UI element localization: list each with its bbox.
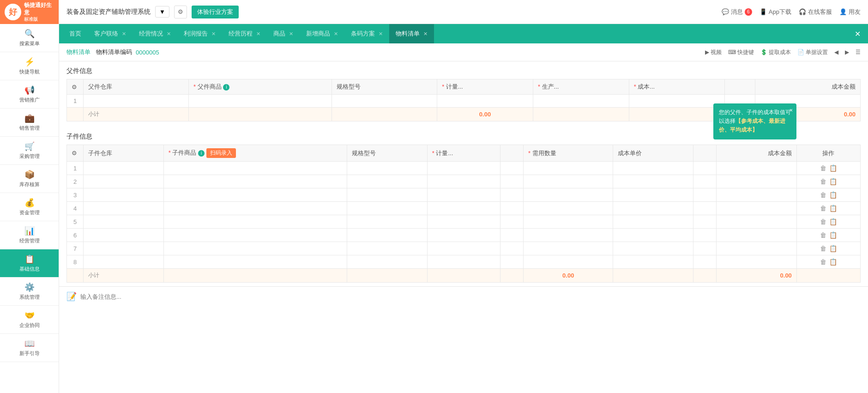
sidebar-item-purchase[interactable]: 🛒 采购管理 [0,137,59,165]
sidebar-item-search[interactable]: 🔍 搜索菜单 [0,24,59,52]
toolbar-single-settings[interactable]: 📄 单据设置 [797,48,828,56]
delete-icon-row-3[interactable]: 🗑 [820,191,826,199]
tab-home[interactable]: 首页 [63,24,88,43]
tab-material-list[interactable]: 物料清单 ✕ [389,24,434,43]
child-row-4-unit-cost[interactable] [613,202,693,215]
delete-icon-row-1[interactable]: 🗑 [820,164,826,172]
tab-add-goods[interactable]: 新增商品 ✕ [300,24,344,43]
child-row-3-spec[interactable] [347,188,428,202]
child-row-6-warehouse[interactable] [84,229,164,242]
sidebar-item-inventory[interactable]: 📦 库存核算 [0,165,59,193]
sidebar-item-quick-nav[interactable]: ⚡ 快捷导航 [0,52,59,80]
tab-barcode-close[interactable]: ✕ [379,31,383,37]
child-row-8-spec[interactable] [347,255,428,269]
child-row-1-qty-unit[interactable] [427,162,500,175]
child-row-1-unit-cost[interactable] [613,162,693,175]
child-row-4-required-qty[interactable] [524,202,613,215]
parent-row-1-warehouse[interactable] [84,95,189,108]
child-table-settings-icon[interactable]: ⚙ [72,150,77,157]
settings-button[interactable]: ⚙ [174,6,187,18]
trial-button[interactable]: 体验行业方案 [192,6,239,18]
sidebar-item-marketing[interactable]: 📢 营销推广 [0,80,59,109]
tab-ops-status[interactable]: 经营情况 ✕ [133,24,177,43]
delete-icon-row-2[interactable]: 🗑 [820,178,826,185]
delete-icon-row-4[interactable]: 🗑 [820,205,826,212]
child-row-1-required-qty[interactable] [524,162,613,175]
app-download-button[interactable]: 📱 App下载 [760,8,791,16]
child-row-3-qty-unit[interactable] [427,188,500,202]
tab-goods[interactable]: 商品 ✕ [267,24,300,43]
parent-row-1-product[interactable] [189,95,332,108]
child-row-8-product[interactable] [163,255,347,269]
delete-icon-row-7[interactable]: 🗑 [820,245,826,252]
message-button[interactable]: 💬 消息 6 [722,8,752,16]
sidebar-item-basic-info[interactable]: 📋 基础信息 [0,249,59,278]
copy-icon-row-1[interactable]: 📋 [829,164,837,172]
child-row-2-unit-cost[interactable] [613,175,693,188]
child-row-6-unit-cost[interactable] [613,229,693,242]
copy-icon-row-2[interactable]: 📋 [829,178,837,185]
child-row-3-warehouse[interactable] [84,188,164,202]
sidebar-item-sales[interactable]: 💼 销售管理 [0,109,59,137]
tab-profit[interactable]: 利润报告 ✕ [177,24,222,43]
child-row-2-required-qty[interactable] [524,175,613,188]
child-row-5-unit-cost[interactable] [613,215,693,229]
child-row-3-required-qty[interactable] [524,188,613,202]
tab-add-goods-close[interactable]: ✕ [334,31,338,37]
child-row-2-warehouse[interactable] [84,175,164,188]
delete-icon-row-5[interactable]: 🗑 [820,218,826,225]
close-all-tabs[interactable]: ✕ [851,30,864,38]
sidebar-item-operations[interactable]: 📊 经营管理 [0,221,59,249]
child-row-6-product[interactable] [163,229,347,242]
parent-row-1-qty[interactable] [437,95,533,108]
toolbar-nav-next[interactable]: ▶ [845,49,849,55]
child-row-2-product[interactable] [163,175,347,188]
child-row-4-warehouse[interactable] [84,202,164,215]
child-row-2-spec[interactable] [347,175,428,188]
sidebar-item-finance[interactable]: 💰 资金管理 [0,193,59,221]
copy-icon-row-7[interactable]: 📋 [829,245,837,252]
tooltip-close-button[interactable]: × [790,106,793,115]
tab-profit-close[interactable]: ✕ [211,31,216,37]
toolbar-view[interactable]: ▶ 视频 [705,48,722,56]
system-dropdown[interactable]: ▼ [155,6,169,18]
user-avatar-button[interactable]: 👤 用友 [839,8,861,16]
tab-customer-close[interactable]: ✕ [122,31,126,37]
child-row-4-product[interactable] [163,202,347,215]
tab-customer[interactable]: 客户联络 ✕ [88,24,133,43]
breadcrumb-link[interactable]: 物料清单 [66,48,90,56]
child-row-8-required-qty[interactable] [524,255,613,269]
table-settings-icon[interactable]: ⚙ [72,84,77,91]
child-row-1-warehouse[interactable] [84,162,164,175]
sidebar-item-collab[interactable]: 🤝 企业协同 [0,306,59,334]
child-row-5-qty-unit[interactable] [427,215,500,229]
delete-icon-row-8[interactable]: 🗑 [820,258,826,266]
child-row-7-unit-cost[interactable] [613,242,693,255]
child-row-1-spec[interactable] [347,162,428,175]
child-row-8-unit-cost[interactable] [613,255,693,269]
tab-goods-close[interactable]: ✕ [289,31,293,37]
copy-icon-row-3[interactable]: 📋 [829,191,837,199]
child-row-8-qty-unit[interactable] [427,255,500,269]
toolbar-shortcut[interactable]: ⌨ 快捷键 [728,48,754,56]
child-row-5-required-qty[interactable] [524,215,613,229]
child-row-5-spec[interactable] [347,215,428,229]
sidebar-item-system[interactable]: ⚙️ 系统管理 [0,278,59,306]
copy-icon-row-4[interactable]: 📋 [829,205,837,212]
tab-barcode[interactable]: 条码方案 ✕ [344,24,389,43]
copy-icon-row-6[interactable]: 📋 [829,231,837,239]
child-row-6-qty-unit[interactable] [427,229,500,242]
child-row-7-qty-unit[interactable] [427,242,500,255]
tab-ops-close[interactable]: ✕ [167,31,171,37]
copy-icon-row-8[interactable]: 📋 [829,258,837,266]
child-row-4-spec[interactable] [347,202,428,215]
child-row-3-unit-cost[interactable] [613,188,693,202]
child-row-8-warehouse[interactable] [84,255,164,269]
child-row-7-warehouse[interactable] [84,242,164,255]
child-row-7-product[interactable] [163,242,347,255]
toolbar-extract-cost[interactable]: 💲 提取成本 [760,48,791,56]
delete-icon-row-6[interactable]: 🗑 [820,231,826,239]
child-row-6-required-qty[interactable] [524,229,613,242]
online-service-button[interactable]: 🎧 在线客服 [799,8,832,16]
child-row-2-qty-unit[interactable] [427,175,500,188]
